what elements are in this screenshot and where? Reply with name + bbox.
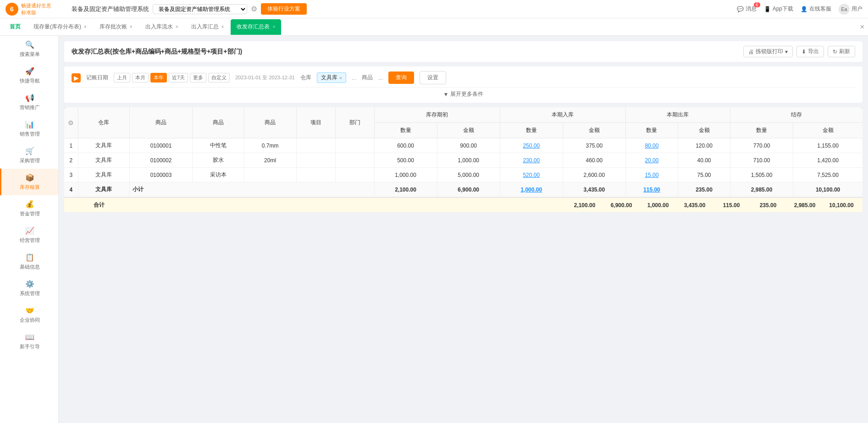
refresh-btn[interactable]: ↻ 刷新 <box>828 46 855 57</box>
system-select[interactable]: 装备及固定资产辅助管理系统 <box>153 4 247 14</box>
cell-out-qty-3[interactable]: 15.00 <box>625 168 678 182</box>
sidebar: 🔍 搜索菜单 🚀 快捷导航 📢 营销推广 📊 销售管理 🛒 采购管理 📦 库存核… <box>0 36 59 423</box>
sidebar-item-finance[interactable]: 💰 资金管理 <box>0 195 58 222</box>
sidebar-item-finance-label: 资金管理 <box>20 210 40 217</box>
footer-in-amt: 3,435.00 <box>676 202 713 209</box>
gear-icon[interactable]: ⚙ <box>68 119 74 126</box>
sidebar-item-system-label: 系统管理 <box>20 290 40 297</box>
date-btn-this-year[interactable]: 本年 <box>150 73 167 82</box>
footer-opening-amt: 6,900.00 <box>603 202 640 209</box>
export-btn[interactable]: ⬇ 导出 <box>796 46 824 57</box>
in-qty-link-1[interactable]: 250.00 <box>523 143 540 149</box>
try-btn[interactable]: 体验行业方案 <box>261 3 307 15</box>
out-qty-link-1[interactable]: 80.00 <box>645 143 658 149</box>
cell-in-amt-1: 375.00 <box>563 138 625 153</box>
settings-btn[interactable]: 设置 <box>420 71 446 84</box>
sidebar-item-sales[interactable]: 📊 销售管理 <box>0 115 58 142</box>
logo-icon: 6 <box>6 3 18 16</box>
online-service-btn[interactable]: 👤 在线客服 <box>801 5 831 13</box>
settings-icon[interactable]: ⚙ <box>251 5 257 13</box>
system-icon: ⚙️ <box>25 280 34 288</box>
message-btn[interactable]: 💬 消息 6 <box>737 5 757 13</box>
sidebar-item-purchase[interactable]: 🛒 采购管理 <box>0 142 58 169</box>
sidebar-item-quicknav[interactable]: 🚀 快捷导航 <box>0 62 58 89</box>
sidebar-item-newbie[interactable]: 📖 新手引导 <box>0 328 58 355</box>
subtotal-in-qty-link[interactable]: 1,000.00 <box>520 187 542 193</box>
expand-btn[interactable]: ▼ 展开更多条件 <box>443 90 484 98</box>
cell-out-amt-1: 120.00 <box>678 138 730 153</box>
sidebar-item-search[interactable]: 🔍 搜索菜单 <box>0 36 58 62</box>
print-btn[interactable]: 🖨 拣锁版打印 ▾ <box>743 46 793 57</box>
logo-area: 6 畅捷通好生意 标准版 <box>6 2 64 16</box>
in-qty-link-2[interactable]: 230.00 <box>523 157 540 164</box>
sidebar-item-system[interactable]: ⚙️ 系统管理 <box>0 275 58 302</box>
subtotal-in-amt: 3,435.00 <box>563 182 625 197</box>
th-project: 项目 <box>296 107 335 138</box>
sidebar-item-basic-info-label: 基础信息 <box>20 264 40 270</box>
cell-spec-3 <box>244 168 296 182</box>
cell-closing-amt-3: 7,525.00 <box>793 168 862 182</box>
page-title-actions: 🖨 拣锁版打印 ▾ ⬇ 导出 ↻ 刷新 <box>743 46 855 57</box>
warehouse-more[interactable]: ... <box>352 75 356 81</box>
marketing-icon: 📢 <box>25 93 34 102</box>
cell-out-qty-2[interactable]: 20.00 <box>625 153 678 168</box>
in-qty-link-3[interactable]: 520.00 <box>523 172 540 178</box>
tab-inout-summary-close[interactable]: × <box>221 24 224 29</box>
tab-receive-summary-close[interactable]: × <box>272 24 275 29</box>
query-btn[interactable]: 查询 <box>388 71 414 84</box>
cell-closing-amt-1: 1,155.00 <box>793 138 862 153</box>
cell-in-amt-3: 2,600.00 <box>563 168 625 182</box>
sidebar-item-enterprise[interactable]: 🤝 企业协同 <box>0 302 58 328</box>
sidebar-item-operations[interactable]: 📈 经营管理 <box>0 222 58 248</box>
tab-inout-flow-close[interactable]: × <box>176 24 178 29</box>
cell-in-qty-3[interactable]: 520.00 <box>500 168 563 182</box>
top-header: 6 畅捷通好生意 标准版 装备及固定资产辅助管理系统 装备及固定资产辅助管理系统… <box>0 0 868 18</box>
warehouse-tag-close[interactable]: × <box>339 75 342 81</box>
sidebar-item-inventory-label: 库存核算 <box>20 184 40 191</box>
export-icon: ⬇ <box>802 49 806 55</box>
sidebar-item-inventory[interactable]: 📦 库存核算 <box>0 169 58 195</box>
download-icon: 📱 <box>764 6 771 12</box>
tab-existing-stock[interactable]: 现存量(库存分布表) × <box>28 19 93 35</box>
sidebar-item-basic-info[interactable]: 📋 基础信息 <box>0 248 58 275</box>
out-qty-link-2[interactable]: 20.00 <box>645 157 658 164</box>
tab-bar-close[interactable]: × <box>860 23 864 31</box>
date-btn-custom[interactable]: 自定义 <box>208 73 230 82</box>
out-qty-link-3[interactable]: 15.00 <box>645 172 658 178</box>
filter-toggle-btn[interactable]: ▶ <box>72 73 81 82</box>
cell-in-qty-2[interactable]: 230.00 <box>500 153 563 168</box>
subtotal-out-amt: 235.00 <box>678 182 730 197</box>
subtotal-out-qty-link[interactable]: 115.00 <box>643 187 660 193</box>
tab-receive-summary[interactable]: 收发存汇总表 × <box>231 19 281 35</box>
tab-batch-account-close[interactable]: × <box>130 24 133 29</box>
table-footer: 合计 2,100.00 6,900.00 1,000.00 3,435.00 1… <box>64 197 862 212</box>
cell-in-qty-1[interactable]: 250.00 <box>500 138 563 153</box>
date-btn-last-month[interactable]: 上月 <box>114 73 130 82</box>
tab-home[interactable]: 首页 <box>4 19 27 35</box>
print-icon: 🖨 <box>748 49 754 55</box>
date-btn-more[interactable]: 更多 <box>190 73 206 82</box>
app-download-btn[interactable]: 📱 App下载 <box>764 5 793 13</box>
date-btn-this-month[interactable]: 本月 <box>132 73 149 82</box>
cell-opening-amt-1: 900.00 <box>437 138 500 153</box>
sidebar-item-marketing-label: 营销推广 <box>20 104 40 111</box>
service-icon: 👤 <box>801 6 807 12</box>
subtotal-in-qty[interactable]: 1,000.00 <box>500 182 563 197</box>
user-btn[interactable]: Ea 用户 <box>839 4 862 15</box>
footer-label-area: 合计 <box>67 201 324 209</box>
th-closing-qty: 数量 <box>730 123 793 138</box>
subtotal-out-qty[interactable]: 115.00 <box>625 182 678 197</box>
search-icon: 🔍 <box>25 40 34 49</box>
tab-inout-summary[interactable]: 出入库汇总 × <box>185 19 230 35</box>
message-icon: 💬 <box>737 6 744 12</box>
sidebar-item-marketing[interactable]: 📢 营销推广 <box>0 89 58 115</box>
tab-batch-account[interactable]: 库存批次账 × <box>94 19 138 35</box>
date-btn-7days[interactable]: 近7天 <box>169 73 188 82</box>
goods-more[interactable]: ... <box>378 75 383 81</box>
tab-existing-stock-close[interactable]: × <box>84 24 87 29</box>
tab-inout-flow[interactable]: 出入库流水 × <box>139 19 184 35</box>
goods-label: 商品 <box>362 74 373 82</box>
cell-out-qty-1[interactable]: 80.00 <box>625 138 678 153</box>
system-title: 装备及固定资产辅助管理系统 <box>72 5 149 13</box>
cell-opening-qty-1: 600.00 <box>374 138 437 153</box>
